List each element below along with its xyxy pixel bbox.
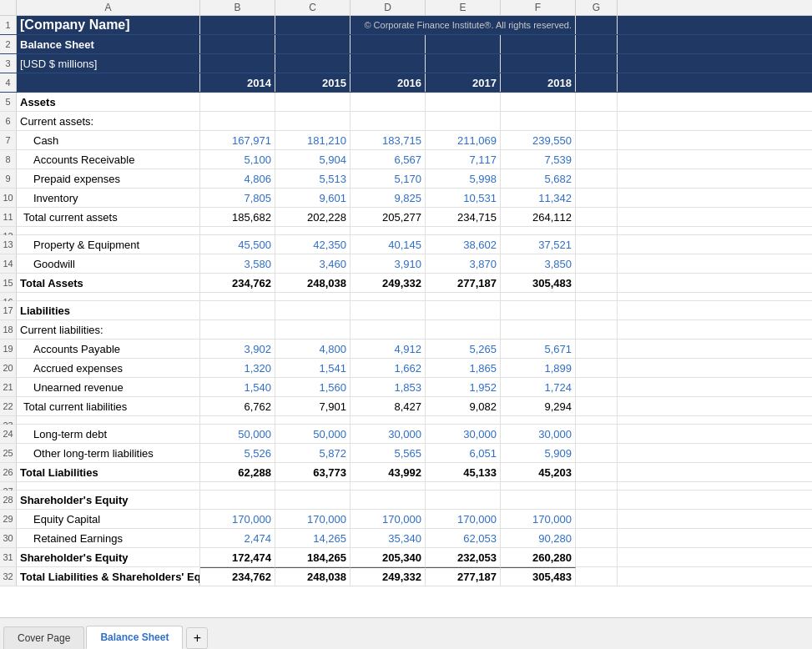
row-number: 29 bbox=[0, 510, 17, 528]
cell-21-F: 1,724 bbox=[501, 378, 576, 396]
row-number: 30 bbox=[0, 529, 17, 547]
row-number: 27 bbox=[0, 482, 17, 490]
cell-20-G bbox=[576, 359, 618, 377]
cell-5-D bbox=[351, 93, 426, 111]
row-number: 1 bbox=[0, 16, 17, 34]
cell-25-A: Other long-term liabilities bbox=[17, 444, 200, 462]
cell-32-G bbox=[576, 567, 618, 586]
cell-13-D: 40,145 bbox=[351, 235, 426, 254]
cell-8-A: Accounts Receivable bbox=[17, 150, 200, 169]
cell-28-C bbox=[275, 491, 351, 509]
table-row: 17Liabilities bbox=[0, 301, 812, 320]
cell-7-G bbox=[576, 131, 618, 149]
tab-bar: Cover Page Balance Sheet + bbox=[0, 617, 812, 649]
cell-4-E: 2017 bbox=[426, 73, 501, 92]
cell-8-F: 7,539 bbox=[501, 150, 576, 169]
cell-29-E: 170,000 bbox=[426, 510, 501, 528]
tab-balance-sheet[interactable]: Balance Sheet bbox=[86, 626, 183, 649]
row-number: 7 bbox=[0, 131, 17, 149]
cell-6-F bbox=[501, 112, 576, 130]
cell-7-F: 239,550 bbox=[501, 131, 576, 149]
cell-17-E bbox=[426, 301, 501, 319]
table-row: 15Total Assets234,762248,038249,332277,1… bbox=[0, 274, 812, 293]
cell-31-G bbox=[576, 548, 618, 566]
cell-29-F: 170,000 bbox=[501, 510, 576, 528]
cell-15-G bbox=[576, 274, 618, 292]
table-row: 22Total current liabilities6,7627,9018,4… bbox=[0, 397, 812, 416]
row-number: 11 bbox=[0, 208, 17, 226]
cell-30-B: 2,474 bbox=[200, 529, 275, 547]
cell-3-A: [USD $ millions] bbox=[17, 54, 200, 73]
cell-28-F bbox=[501, 491, 576, 509]
cell-11-A: Total current assets bbox=[17, 208, 200, 226]
col-header-c: C bbox=[275, 0, 351, 15]
cell-14-D: 3,910 bbox=[351, 254, 426, 273]
cell-16-G bbox=[576, 293, 618, 300]
cell-12-E bbox=[426, 227, 501, 234]
cell-21-E: 1,952 bbox=[426, 378, 501, 396]
cell-7-B: 167,971 bbox=[200, 131, 275, 149]
cell-15-B: 234,762 bbox=[200, 274, 275, 292]
cell-28-E bbox=[426, 491, 501, 509]
cell-24-C: 50,000 bbox=[275, 425, 351, 443]
cell-32-E: 277,187 bbox=[426, 567, 501, 586]
add-tab-button[interactable]: + bbox=[186, 627, 208, 649]
cell-26-F: 45,203 bbox=[501, 463, 576, 481]
cell-14-G bbox=[576, 254, 618, 273]
cell-30-F: 90,280 bbox=[501, 529, 576, 547]
cell-32-D: 249,332 bbox=[351, 567, 426, 586]
cell-9-A: Prepaid expenses bbox=[17, 169, 200, 188]
cell-5-C bbox=[275, 93, 351, 111]
cell-4-D: 2016 bbox=[351, 73, 426, 92]
row-number: 2 bbox=[0, 35, 17, 53]
cell-24-E: 30,000 bbox=[426, 425, 501, 443]
cell-13-F: 37,521 bbox=[501, 235, 576, 254]
cell-5-G bbox=[576, 93, 618, 111]
cell-4-A bbox=[17, 73, 200, 92]
cell-12-G bbox=[576, 227, 618, 234]
cell-6-D bbox=[351, 112, 426, 130]
cell-26-C: 63,773 bbox=[275, 463, 351, 481]
cell-19-E: 5,265 bbox=[426, 340, 501, 358]
cell-4-G bbox=[576, 73, 618, 92]
row-num-header bbox=[0, 0, 17, 15]
cell-24-F: 30,000 bbox=[501, 425, 576, 443]
cell-10-D: 9,825 bbox=[351, 189, 426, 207]
cell-7-E: 211,069 bbox=[426, 131, 501, 149]
cell-3-B bbox=[200, 54, 275, 73]
col-header-f: F bbox=[501, 0, 576, 15]
cell-10-C: 9,601 bbox=[275, 189, 351, 207]
cell-2-A: Balance Sheet bbox=[17, 35, 200, 53]
cell-13-A: Property & Equipment bbox=[17, 235, 200, 254]
cell-15-A: Total Assets bbox=[17, 274, 200, 292]
cell-10-F: 11,342 bbox=[501, 189, 576, 207]
cell-18-G bbox=[576, 320, 618, 339]
cell-14-F: 3,850 bbox=[501, 254, 576, 273]
cell-22-D: 8,427 bbox=[351, 397, 426, 415]
cell-13-G bbox=[576, 235, 618, 254]
table-row: 19Accounts Payable3,9024,8004,9125,2655,… bbox=[0, 340, 812, 359]
cell-14-C: 3,460 bbox=[275, 254, 351, 273]
cell-6-G bbox=[576, 112, 618, 130]
cell-21-A: Unearned revenue bbox=[17, 378, 200, 396]
table-row: 3[USD $ millions] bbox=[0, 54, 812, 73]
cell-8-D: 6,567 bbox=[351, 150, 426, 169]
table-row: 11Total current assets185,682202,228205,… bbox=[0, 208, 812, 227]
row-number: 6 bbox=[0, 112, 17, 130]
cell-2-C bbox=[275, 35, 351, 53]
tab-cover-page[interactable]: Cover Page bbox=[3, 626, 84, 649]
table-row: 30Retained Earnings2,47414,26535,34062,0… bbox=[0, 529, 812, 548]
cell-5-F bbox=[501, 93, 576, 111]
cell-28-D bbox=[351, 491, 426, 509]
col-header-d: D bbox=[351, 0, 426, 15]
row-number: 4 bbox=[0, 73, 17, 92]
column-headers: A B C D E F G bbox=[0, 0, 812, 16]
cell-16-C bbox=[275, 293, 351, 300]
cell-30-G bbox=[576, 529, 618, 547]
cell-17-F bbox=[501, 301, 576, 319]
table-row: 8Accounts Receivable5,1005,9046,5677,117… bbox=[0, 150, 812, 169]
cell-17-C bbox=[275, 301, 351, 319]
cell-30-C: 14,265 bbox=[275, 529, 351, 547]
cell-23-E bbox=[426, 416, 501, 424]
cell-7-D: 183,715 bbox=[351, 131, 426, 149]
